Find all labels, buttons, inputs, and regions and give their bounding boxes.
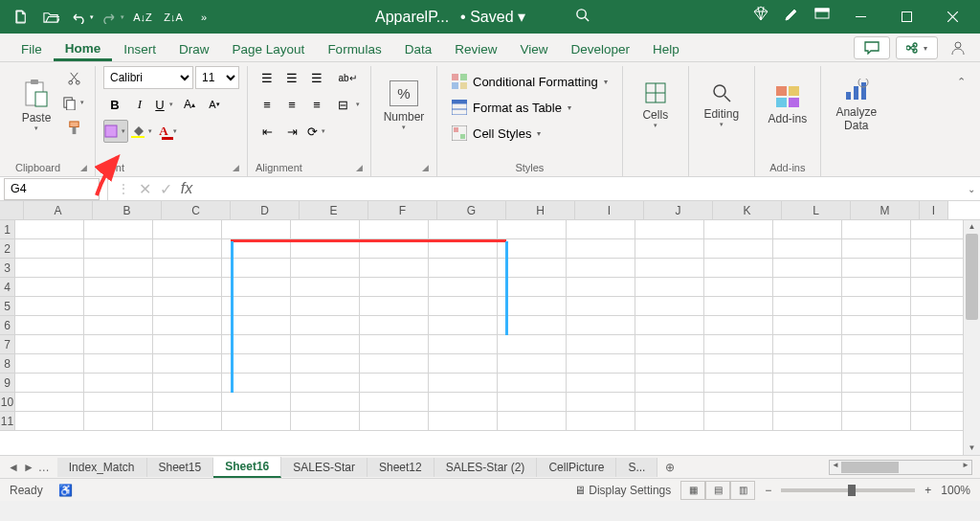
tab-insert[interactable]: Insert — [112, 36, 167, 61]
cell[interactable] — [704, 412, 773, 431]
cell[interactable] — [704, 374, 773, 393]
cell[interactable] — [429, 393, 498, 412]
cell[interactable] — [291, 412, 360, 431]
cell[interactable] — [153, 259, 222, 278]
formula-input[interactable] — [202, 178, 963, 200]
new-file-icon[interactable] — [6, 4, 34, 31]
cell[interactable] — [567, 393, 635, 412]
cell[interactable] — [567, 335, 635, 354]
orientation-icon[interactable]: ⟳ — [305, 120, 328, 143]
col-header[interactable]: I — [575, 201, 644, 219]
row-header[interactable]: 10 — [0, 393, 15, 412]
cell[interactable] — [360, 220, 429, 239]
cell[interactable] — [498, 335, 567, 354]
scroll-left-icon[interactable]: ◄ — [832, 461, 839, 469]
cell[interactable] — [498, 220, 567, 239]
comments-button[interactable] — [854, 36, 890, 59]
diamond-icon[interactable] — [746, 0, 775, 27]
decrease-font-icon[interactable]: A▾ — [203, 93, 226, 116]
cell[interactable] — [15, 239, 84, 259]
col-header[interactable]: J — [644, 201, 713, 219]
sort-desc-icon[interactable]: Z↓A — [159, 4, 188, 31]
row-header[interactable]: 1 — [0, 220, 15, 239]
cell[interactable] — [84, 220, 153, 239]
editing-button[interactable]: Editing▾ — [697, 66, 746, 145]
col-header[interactable]: M — [851, 201, 920, 219]
cell[interactable] — [842, 393, 911, 412]
cell[interactable] — [429, 374, 498, 393]
col-header[interactable]: K — [713, 201, 782, 219]
conditional-formatting-button[interactable]: Conditional Formatting ▾ — [445, 70, 614, 93]
cell[interactable] — [84, 259, 153, 278]
cell[interactable] — [842, 278, 911, 297]
fill-color-button[interactable] — [130, 120, 155, 143]
cell[interactable] — [222, 278, 291, 297]
zoom-slider[interactable] — [781, 488, 915, 492]
cell[interactable] — [635, 316, 704, 335]
enter-formula-icon[interactable]: ✓ — [156, 180, 175, 198]
sheet-tab[interactable]: Sheet12 — [368, 458, 434, 477]
cell[interactable] — [429, 278, 498, 297]
cell[interactable] — [567, 412, 635, 431]
align-bottom-icon[interactable]: ☰ — [305, 66, 328, 89]
sheet-tab[interactable]: S... — [616, 458, 657, 477]
cell[interactable] — [773, 335, 842, 354]
cell[interactable] — [704, 393, 773, 412]
cell[interactable] — [498, 316, 567, 335]
name-box[interactable]: G4 — [4, 178, 100, 200]
cell[interactable] — [704, 259, 773, 278]
cell[interactable] — [429, 316, 498, 335]
expand-formula-icon[interactable]: ⌄ — [963, 184, 980, 194]
font-size-select[interactable]: 11 — [195, 66, 239, 89]
horizontal-scrollbar[interactable]: ◄ ► — [829, 460, 972, 475]
cell[interactable] — [153, 412, 222, 431]
cell[interactable] — [222, 354, 291, 374]
cell[interactable] — [222, 220, 291, 239]
cell[interactable] — [15, 374, 84, 393]
cell[interactable] — [498, 239, 567, 259]
cell[interactable] — [84, 412, 153, 431]
number-launcher-icon[interactable]: ◢ — [422, 163, 429, 172]
cell[interactable] — [222, 412, 291, 431]
cell[interactable] — [222, 297, 291, 316]
cell[interactable] — [291, 316, 360, 335]
cell[interactable] — [153, 316, 222, 335]
cell[interactable] — [773, 239, 842, 259]
cell[interactable] — [429, 297, 498, 316]
cell[interactable] — [842, 374, 911, 393]
cell[interactable] — [222, 393, 291, 412]
normal-view-icon[interactable]: ▦ — [680, 481, 705, 500]
cell[interactable] — [635, 393, 704, 412]
maximize-button[interactable] — [884, 0, 928, 34]
cell[interactable] — [360, 374, 429, 393]
col-header[interactable]: L — [782, 201, 851, 219]
col-header[interactable]: C — [162, 201, 231, 219]
cell[interactable] — [84, 316, 153, 335]
cell[interactable] — [222, 259, 291, 278]
increase-indent-icon[interactable]: ⇥ — [280, 120, 303, 143]
cell[interactable] — [635, 335, 704, 354]
clipboard-launcher-icon[interactable]: ◢ — [80, 163, 87, 172]
format-painter-icon[interactable] — [61, 116, 87, 139]
cell[interactable] — [567, 259, 635, 278]
tab-view[interactable]: View — [508, 36, 559, 61]
page-layout-view-icon[interactable]: ▤ — [705, 481, 730, 500]
sheet-tab[interactable]: Sheet15 — [147, 458, 214, 477]
cell[interactable] — [842, 297, 911, 316]
cell[interactable] — [842, 259, 911, 278]
zoom-out-icon[interactable]: − — [765, 484, 771, 497]
cell[interactable] — [84, 354, 153, 374]
cell[interactable] — [291, 374, 360, 393]
cell[interactable] — [842, 354, 911, 374]
cell[interactable] — [773, 316, 842, 335]
tab-file[interactable]: File — [10, 36, 54, 61]
scroll-thumb[interactable] — [966, 234, 978, 320]
sheet-tab[interactable]: SALES-Star — [281, 458, 368, 477]
ribbon-display-icon[interactable] — [808, 0, 836, 27]
copy-icon[interactable] — [61, 91, 87, 114]
cell[interactable] — [360, 412, 429, 431]
col-header[interactable]: F — [368, 201, 437, 219]
cell[interactable] — [360, 335, 429, 354]
tab-home[interactable]: Home — [54, 35, 113, 61]
cell[interactable] — [635, 297, 704, 316]
